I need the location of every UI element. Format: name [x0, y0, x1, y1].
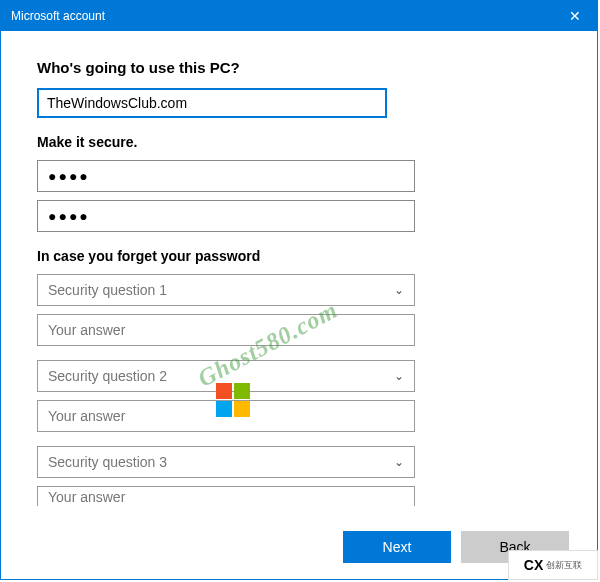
username-input[interactable] [37, 88, 387, 118]
security-question-2-select[interactable]: Security question 2 ⌄ [37, 360, 415, 392]
security-answer-1-input[interactable]: Your answer [37, 314, 415, 346]
security-heading: In case you forget your password [37, 248, 561, 264]
window-frame: Microsoft account ✕ Who's going to use t… [0, 0, 598, 580]
username-heading: Who's going to use this PC? [37, 59, 561, 76]
corner-brand-text: 创新互联 [546, 559, 582, 572]
security-answer-3-placeholder: Your answer [48, 489, 125, 505]
security-question-3-select[interactable]: Security question 3 ⌄ [37, 446, 415, 478]
content-area: Who's going to use this PC? Make it secu… [1, 31, 597, 579]
security-question-3-placeholder: Security question 3 [48, 454, 167, 470]
close-icon: ✕ [569, 8, 581, 24]
corner-mark: CX [524, 557, 543, 573]
security-question-2-placeholder: Security question 2 [48, 368, 167, 384]
security-answer-3-input[interactable]: Your answer [37, 486, 415, 506]
chevron-down-icon: ⌄ [394, 369, 404, 383]
window-title: Microsoft account [11, 9, 105, 23]
security-question-1-select[interactable]: Security question 1 ⌄ [37, 274, 415, 306]
next-button[interactable]: Next [343, 531, 451, 563]
security-answer-1-placeholder: Your answer [48, 322, 125, 338]
confirm-password-input[interactable]: ●●●● [37, 200, 415, 232]
security-answer-2-input[interactable]: Your answer [37, 400, 415, 432]
titlebar: Microsoft account ✕ [1, 1, 597, 31]
password-input[interactable]: ●●●● [37, 160, 415, 192]
chevron-down-icon: ⌄ [394, 455, 404, 469]
password-heading: Make it secure. [37, 134, 561, 150]
security-question-1-placeholder: Security question 1 [48, 282, 167, 298]
corner-brand-badge: CX 创新互联 [508, 550, 598, 580]
chevron-down-icon: ⌄ [394, 283, 404, 297]
close-button[interactable]: ✕ [552, 1, 597, 31]
security-answer-2-placeholder: Your answer [48, 408, 125, 424]
